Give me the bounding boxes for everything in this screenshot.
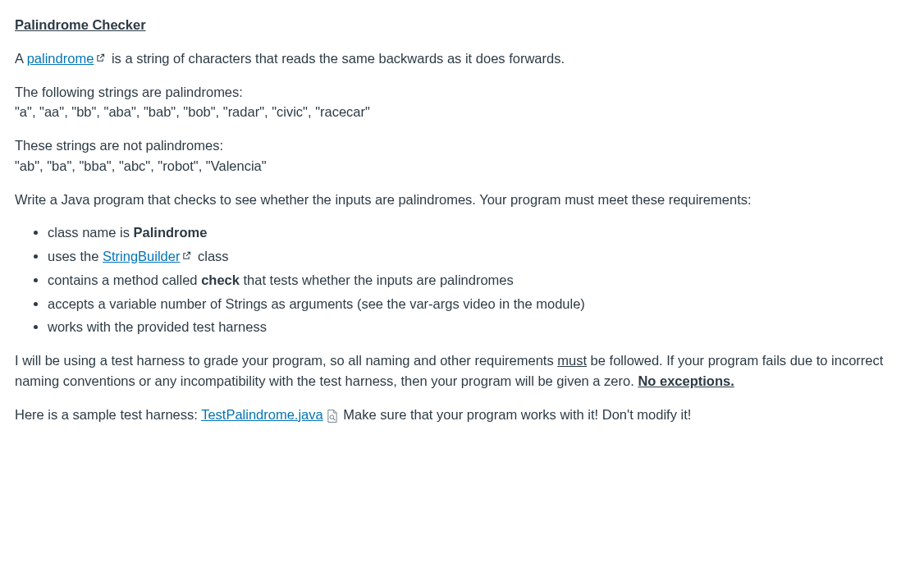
intro-pre: A [15,51,27,66]
external-link-icon [182,245,191,266]
palindromes-list: "a", "aa", "bb", "aba", "bab", "bob", "r… [15,102,909,122]
requirements-list: class name is Palindrome uses the String… [15,222,909,337]
sample-post: Make sure that your program works with i… [340,407,692,422]
harness-a: I will be using a test harness to grade … [15,353,557,368]
external-link-icon [96,48,105,68]
req1-pre: class name is [48,225,134,240]
req1-bold: Palindrome [134,225,208,240]
list-item: uses the StringBuilder class [48,246,909,267]
list-item: accepts a variable number of Strings as … [48,294,909,314]
palindromes-block: The following strings are palindromes: "… [15,82,909,123]
palindromes-header: The following strings are palindromes: [15,82,909,103]
not-palindromes-header: These strings are not palindromes: [15,135,909,156]
stringbuilder-link[interactable]: StringBuilder [103,249,180,263]
not-palindromes-list: "ab", "ba", "bba", "abc", "robot", "Vale… [15,156,909,176]
req2-pre: uses the [48,249,103,263]
list-item: works with the provided test harness [48,317,909,337]
harness-paragraph: I will be using a test harness to grade … [15,350,909,391]
harness-must: must [557,353,587,368]
sample-pre: Here is a sample test harness: [15,407,201,422]
palindrome-link[interactable]: palindrome [27,51,94,66]
document-preview-icon[interactable] [327,405,338,426]
harness-noex: No exceptions. [638,373,734,388]
sample-paragraph: Here is a sample test harness: TestPalin… [15,405,909,426]
req3-bold: check [201,272,240,287]
req2-post: class [194,249,228,263]
list-item: contains a method called check that test… [48,270,909,291]
req3-post: that tests whether the inputs are palind… [240,272,514,287]
not-palindromes-block: These strings are not palindromes: "ab",… [15,135,909,176]
test-palindrome-link[interactable]: TestPalindrome.java [201,407,323,422]
page-title: Palindrome Checker [15,15,909,35]
req3-pre: contains a method called [48,272,201,287]
list-item: class name is Palindrome [48,222,909,243]
write-program-paragraph: Write a Java program that checks to see … [15,190,909,210]
intro-paragraph: A palindrome is a string of characters t… [15,48,909,69]
intro-post: is a string of characters that reads the… [107,51,565,66]
